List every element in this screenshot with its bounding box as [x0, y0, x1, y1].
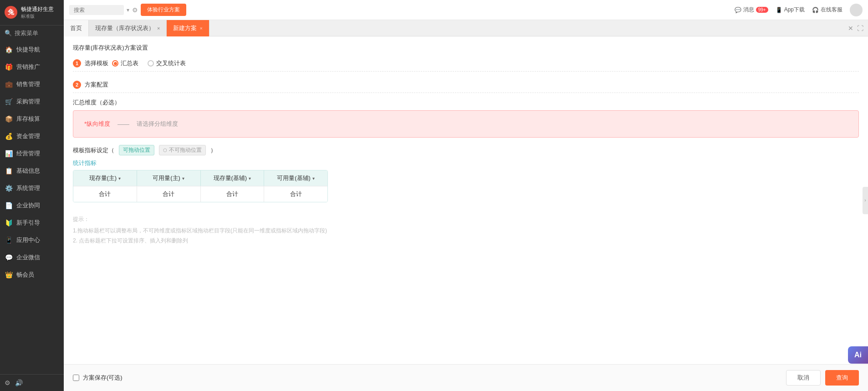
logo-icon: 兔: [5, 6, 17, 19]
operations-icon: 📊: [5, 150, 13, 157]
vip-icon: 👑: [5, 271, 13, 278]
sidebar-nav-item-marketing[interactable]: 🎁 营销推广: [0, 58, 64, 76]
tab-inventory-close-icon[interactable]: ×: [157, 26, 160, 31]
query-button[interactable]: 查询: [825, 370, 859, 386]
tab-new-scheme[interactable]: 新建方案 ×: [167, 20, 209, 36]
sales-icon: 💼: [5, 81, 13, 88]
save-scheme-label[interactable]: 方案保存(可选): [83, 374, 123, 382]
topbar: ▾ ⚙ 体验行业方案 💬 消息 99+ 📱 App下载 🎧 在线客服: [64, 0, 868, 20]
dimension-placeholder: 请选择分组维度: [137, 120, 178, 128]
trial-button[interactable]: 体验行业方案: [141, 4, 186, 16]
page-inner: 现存量(库存状况表)方案设置 1 选择模板 汇总表 交叉统计表: [64, 36, 868, 364]
sidebar-bottom: ⚙ 🔊: [0, 374, 64, 391]
stats-col-0-header: 现存量(主) ▾: [73, 170, 137, 186]
contract-icon: 📄: [5, 202, 13, 209]
sidebar-nav-item-app[interactable]: 📱 应用中心: [0, 232, 64, 249]
sidebar-nav-item-operations[interactable]: 📊 经营管理: [0, 145, 64, 162]
customer-service-item[interactable]: 🎧 在线客服: [812, 6, 842, 14]
tabs-right-actions: ✕ ⛶: [848, 25, 868, 32]
user-avatar[interactable]: [850, 4, 863, 16]
footer-bar: 方案保存(可选) 取消 查询: [64, 364, 868, 391]
sidebar-nav-item-newbie[interactable]: 🔰 新手引导: [0, 214, 64, 232]
ai-float-button[interactable]: Ai: [848, 346, 868, 364]
radio-summary-dot: [112, 60, 118, 67]
main-area: ▾ ⚙ 体验行业方案 💬 消息 99+ 📱 App下载 🎧 在线客服 首页: [64, 0, 868, 391]
topbar-gear-icon[interactable]: ⚙: [132, 6, 138, 14]
sidebar-nav-item-sales[interactable]: 💼 销售管理: [0, 76, 64, 93]
tab-expand-icon[interactable]: ✕: [848, 25, 853, 32]
stats-col-2-header: 现存量(基辅) ▾: [201, 170, 265, 186]
draggable-tag: 可拖动位置: [119, 145, 154, 155]
sidebar-nav-item-purchase[interactable]: 🛒 采购管理: [0, 93, 64, 110]
tabs-bar: 首页 现存量（库存状况表） × 新建方案 × ✕ ⛶: [64, 20, 868, 36]
message-icon: 💬: [735, 7, 741, 13]
sidebar-nav-item-finance[interactable]: 💰 资金管理: [0, 128, 64, 145]
footer-actions: 取消 查询: [786, 370, 859, 386]
radio-cross[interactable]: 交叉统计表: [148, 59, 186, 67]
stats-col-0-dropdown[interactable]: ▾: [118, 176, 121, 181]
step2-title: 方案配置: [85, 81, 108, 89]
tip-item-1: 2. 点击标题栏下拉可设置排序、插入列和删除列: [73, 236, 859, 246]
system-icon: ⚙️: [5, 185, 13, 192]
sidebar-nav-item-vip[interactable]: 👑 畅会员: [0, 266, 64, 283]
tab-fullscreen-icon[interactable]: ⛶: [857, 25, 863, 32]
settings-bottom-icon[interactable]: ⚙: [5, 379, 10, 386]
finance-icon: 💰: [5, 133, 13, 140]
sidebar-nav-item[interactable]: 🏠 快捷导航: [0, 41, 64, 58]
topbar-dropdown-icon[interactable]: ▾: [127, 7, 129, 13]
wechat-icon: 💬: [5, 254, 13, 261]
page-title: 现存量(库存状况表)方案设置: [73, 44, 859, 52]
tab-inventory-status[interactable]: 现存量（库存状况表） ×: [89, 20, 167, 36]
step1-title: 选择模板: [85, 59, 108, 67]
radio-summary[interactable]: 汇总表: [112, 59, 138, 67]
sidebar-nav-item-contract[interactable]: 📄 企业协同: [0, 197, 64, 214]
stats-col-1-header: 可用量(主) ▾: [137, 170, 201, 186]
tips-title: 提示：: [73, 216, 859, 223]
stats-table: 现存量(主) ▾ 可用量(主) ▾ 现存量(基辅) ▾: [73, 170, 328, 202]
sidebar-nav-item-inventory[interactable]: 📦 库存核算: [0, 110, 64, 128]
right-panel-indicator[interactable]: ›: [863, 187, 868, 214]
step1-header: 1 选择模板 汇总表 交叉统计表: [73, 59, 859, 72]
page-content: 现存量(库存状况表)方案设置 1 选择模板 汇总表 交叉统计表: [64, 36, 868, 364]
dimension-separator: ——: [117, 121, 129, 128]
step1-section: 1 选择模板 汇总表 交叉统计表: [73, 59, 859, 72]
sidebar-logo: 兔 畅捷通好生意 标准版: [0, 0, 64, 26]
sidebar-search[interactable]: 🔍 搜索菜单: [0, 26, 64, 41]
sidebar-nav-item-wechat[interactable]: 💬 企业微信: [0, 249, 64, 266]
topbar-left: ▾ ⚙ 体验行业方案: [69, 4, 730, 16]
tab-new-scheme-close-icon[interactable]: ×: [199, 26, 202, 31]
home-icon: 🏠: [5, 46, 13, 53]
sidebar-nav-item-system[interactable]: ⚙️ 系统管理: [0, 180, 64, 197]
customer-service-icon: 🎧: [812, 7, 819, 13]
stats-data-0: 合计: [73, 186, 137, 202]
stats-title: 统计指标: [73, 159, 859, 167]
app-download-item[interactable]: 📱 App下载: [776, 6, 805, 14]
stats-col-1-dropdown[interactable]: ▾: [182, 176, 184, 181]
stats-header-row: 现存量(主) ▾ 可用量(主) ▾ 现存量(基辅) ▾: [73, 170, 327, 186]
stats-data-1: 合计: [137, 186, 201, 202]
dimension-box: *纵向维度 —— 请选择分组维度: [73, 110, 859, 138]
metrics-label: 模板指标设定（ 可拖动位置 ⬡ 不可拖动位置 ）: [73, 145, 859, 155]
app-icon: 📱: [5, 237, 13, 244]
newbie-icon: 🔰: [5, 219, 13, 226]
audio-bottom-icon[interactable]: 🔊: [15, 379, 23, 386]
step2-section: 2 方案配置 汇总维度（必选） *纵向维度 —— 请选择分组维度 模板指标设定（…: [73, 81, 859, 250]
step2-badge: 2: [73, 81, 81, 89]
tab-home[interactable]: 首页: [64, 20, 89, 36]
stats-section: 统计指标 现存量(主) ▾ 可用量(主) ▾: [73, 159, 859, 204]
inventory-icon: 📦: [5, 115, 13, 123]
stats-data-2: 合计: [201, 186, 265, 202]
dimension-required-mark: *纵向维度: [84, 120, 110, 128]
message-badge: 99+: [756, 7, 768, 13]
topbar-right: 💬 消息 99+ 📱 App下载 🎧 在线客服: [735, 4, 863, 16]
logo-text: 畅捷通好生意 标准版: [21, 5, 54, 20]
radio-cross-dot: [148, 60, 154, 67]
stats-col-3-dropdown[interactable]: ▾: [312, 176, 315, 181]
stats-col-2-dropdown[interactable]: ▾: [249, 176, 251, 181]
sidebar-nav-item-basic[interactable]: 📋 基础信息: [0, 162, 64, 180]
message-item[interactable]: 💬 消息 99+: [735, 6, 768, 14]
topbar-search-input[interactable]: [69, 5, 124, 15]
cancel-button[interactable]: 取消: [786, 370, 821, 386]
save-scheme-checkbox[interactable]: [73, 375, 79, 381]
step1-badge: 1: [73, 59, 81, 67]
